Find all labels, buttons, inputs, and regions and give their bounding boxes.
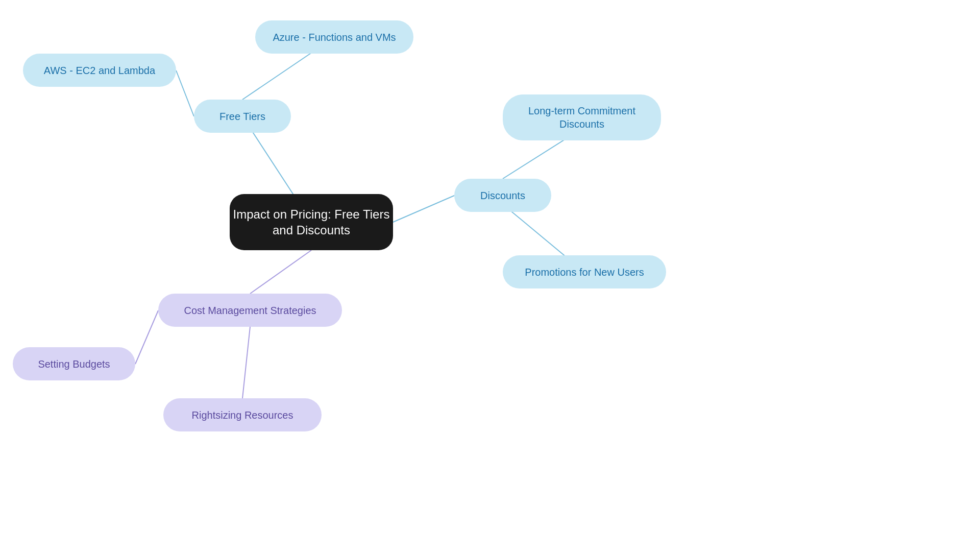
- svg-line-3: [393, 196, 454, 222]
- center-node-label: Impact on Pricing: Free Tiersand Discoun…: [233, 206, 390, 238]
- rightsizing-node[interactable]: Rightsizing Resources: [163, 398, 322, 431]
- promotions-label: Promotions for New Users: [525, 266, 644, 279]
- svg-line-7: [135, 310, 158, 364]
- azure-node[interactable]: Azure - Functions and VMs: [255, 20, 413, 54]
- svg-line-8: [242, 327, 250, 398]
- center-node[interactable]: Impact on Pricing: Free Tiersand Discoun…: [230, 194, 393, 250]
- svg-line-6: [250, 250, 311, 294]
- long-term-label: Long-term CommitmentDiscounts: [528, 104, 635, 131]
- setting-budgets-node[interactable]: Setting Budgets: [13, 347, 135, 380]
- discounts-node[interactable]: Discounts: [454, 179, 551, 212]
- discounts-label: Discounts: [480, 189, 525, 202]
- aws-label: AWS - EC2 and Lambda: [44, 64, 155, 77]
- rightsizing-label: Rightsizing Resources: [192, 408, 293, 422]
- free-tiers-label: Free Tiers: [219, 110, 265, 123]
- cost-management-label: Cost Management Strategies: [184, 304, 316, 317]
- promotions-node[interactable]: Promotions for New Users: [503, 255, 666, 288]
- svg-line-2: [176, 70, 194, 116]
- long-term-node[interactable]: Long-term CommitmentDiscounts: [503, 94, 661, 140]
- azure-label: Azure - Functions and VMs: [273, 31, 396, 44]
- aws-node[interactable]: AWS - EC2 and Lambda: [23, 54, 176, 87]
- setting-budgets-label: Setting Budgets: [38, 357, 110, 371]
- cost-management-node[interactable]: Cost Management Strategies: [158, 294, 342, 327]
- free-tiers-node[interactable]: Free Tiers: [194, 100, 291, 133]
